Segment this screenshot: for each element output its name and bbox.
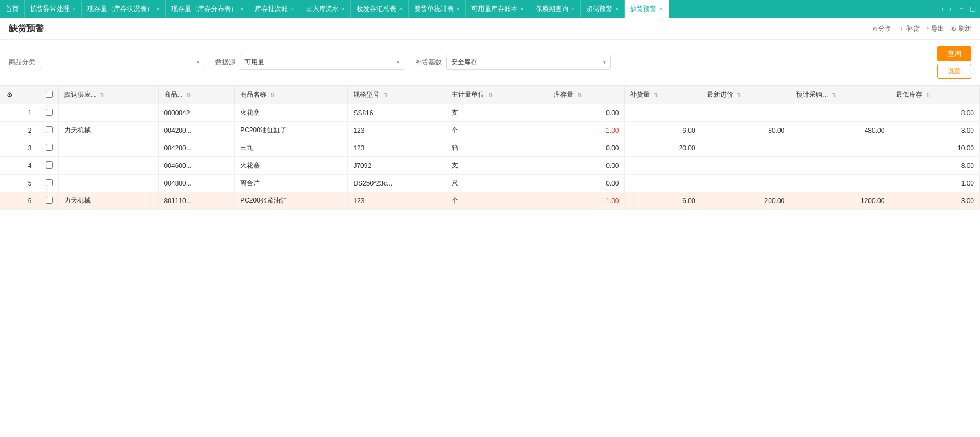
- row-unit: 支: [446, 157, 548, 175]
- tab-close-icon[interactable]: ×: [659, 5, 662, 12]
- tab-in-out-flow[interactable]: 出入库流水×: [300, 0, 351, 18]
- row-latest-price: [701, 104, 790, 122]
- tab-available-ledger[interactable]: 可用量库存账本×: [466, 0, 530, 18]
- th-checkbox[interactable]: [40, 86, 58, 104]
- row-product-code: 004200...: [158, 139, 235, 157]
- tab-label: 现存量（库存状况表）: [87, 4, 153, 14]
- th-est-purchase[interactable]: 预计采购... ⇅: [790, 86, 890, 104]
- th-min-stock[interactable]: 最低库存 ⇅: [890, 86, 980, 104]
- tab-close-icon[interactable]: ×: [520, 5, 524, 12]
- replenish-action[interactable]: ＋ 补货: [898, 24, 920, 33]
- tab-label: 拣货异常处理: [30, 4, 70, 14]
- th-settings[interactable]: ⚙: [0, 86, 20, 104]
- th-product-name[interactable]: 商品名称 ⇅: [235, 86, 348, 104]
- row-checkbox-cell[interactable]: [40, 122, 58, 139]
- row-unit: 箱: [446, 139, 548, 157]
- tab-overstock[interactable]: 超储预警×: [581, 0, 625, 18]
- tab-minimize-button[interactable]: －: [955, 3, 968, 15]
- settings-button[interactable]: 设置: [937, 64, 971, 79]
- th-supplier-label: 默认供应...: [64, 91, 96, 98]
- row-stock: 0.00: [548, 104, 625, 122]
- row-latest-price: [701, 139, 790, 157]
- tab-close-icon[interactable]: ×: [73, 5, 76, 12]
- row-est-purchase: [790, 175, 890, 192]
- tab-exception[interactable]: 拣货异常处理×: [25, 0, 82, 18]
- tab-label: 首页: [5, 4, 19, 14]
- row-no: 3: [20, 139, 40, 157]
- tab-close-icon[interactable]: ×: [399, 5, 402, 12]
- tab-inventory-status[interactable]: 现存量（库存状况表）×: [82, 0, 165, 18]
- tab-close-icon[interactable]: ×: [571, 5, 575, 12]
- replenish-base-value: 安全库存: [451, 58, 477, 67]
- th-latest-price[interactable]: 最新进价 ⇅: [701, 86, 790, 104]
- tab-batch-account[interactable]: 库存批次账×: [249, 0, 300, 18]
- category-label: 商品分类: [9, 58, 35, 67]
- share-icon: ⎋: [873, 25, 877, 33]
- row-checkbox-cell[interactable]: [40, 139, 58, 157]
- tab-shortage[interactable]: 缺货预警×: [625, 0, 669, 18]
- tab-close-icon[interactable]: ×: [456, 5, 460, 12]
- tab-order-stats[interactable]: 要货单统计表×: [409, 0, 466, 18]
- refresh-icon: ↻: [951, 25, 956, 33]
- tab-close-icon[interactable]: ×: [615, 5, 619, 12]
- column-settings-icon[interactable]: ⚙: [7, 91, 13, 99]
- tab-prev-button[interactable]: ‹: [938, 3, 946, 14]
- row-no: 5: [20, 175, 40, 192]
- row-supplier: 力天机械: [58, 192, 158, 210]
- tab-close-icon[interactable]: ×: [156, 5, 159, 12]
- replenish-qty-sort-icon: ⇅: [654, 92, 658, 98]
- share-action[interactable]: ⎋ 分享: [873, 24, 892, 33]
- tab-label: 库存批次账: [255, 4, 288, 14]
- tab-label: 保质期查询: [536, 4, 569, 14]
- query-button[interactable]: 查询: [937, 46, 971, 61]
- th-replenish-qty[interactable]: 补货量 ⇅: [625, 86, 701, 104]
- tab-home[interactable]: 首页: [0, 0, 25, 18]
- export-label: 导出: [931, 24, 944, 33]
- tab-maximize-button[interactable]: □: [968, 3, 978, 14]
- row-unit: 个: [446, 192, 548, 210]
- th-est-purchase-label: 预计采购...: [796, 91, 828, 98]
- refresh-action[interactable]: ↻ 刷新: [951, 24, 971, 33]
- th-spec[interactable]: 规格型号 ⇅: [348, 86, 446, 104]
- select-all-checkbox[interactable]: [46, 91, 53, 98]
- tab-close-icon[interactable]: ×: [291, 5, 294, 12]
- row-checkbox[interactable]: [46, 126, 53, 133]
- row-latest-price: [701, 175, 790, 192]
- row-checkbox[interactable]: [46, 144, 53, 151]
- export-action[interactable]: ↑ 导出: [926, 24, 944, 33]
- tab-next-button[interactable]: ›: [946, 3, 955, 14]
- replenish-base-select[interactable]: 安全库存 ▾: [446, 55, 611, 70]
- tab-close-icon[interactable]: ×: [240, 5, 243, 12]
- row-supplier: [58, 157, 158, 175]
- row-checkbox-cell[interactable]: [40, 175, 58, 192]
- th-stock[interactable]: 库存量 ⇅: [548, 86, 625, 104]
- row-latest-price: [701, 157, 790, 175]
- row-est-purchase: [790, 104, 890, 122]
- datasource-select[interactable]: 可用量 ▾: [240, 55, 404, 70]
- tab-label: 缺货预警: [630, 4, 656, 14]
- row-stock: -1.00: [548, 192, 625, 210]
- tab-recv-summary[interactable]: 收发存汇总表×: [351, 0, 408, 18]
- tab-close-icon[interactable]: ×: [342, 5, 345, 12]
- row-stock: 0.00: [548, 139, 625, 157]
- row-checkbox-cell[interactable]: [40, 104, 58, 122]
- row-checkbox[interactable]: [46, 109, 53, 116]
- tab-inventory-dist[interactable]: 现存量（库存分布表）×: [166, 0, 249, 18]
- row-min-stock: 3.00: [890, 122, 980, 139]
- th-unit[interactable]: 主计量单位 ⇅: [446, 86, 548, 104]
- category-select[interactable]: ▾: [40, 57, 204, 68]
- row-checkbox[interactable]: [46, 179, 53, 186]
- tab-expiry-query[interactable]: 保质期查询×: [530, 0, 581, 18]
- share-label: 分享: [878, 24, 892, 33]
- row-est-purchase: 480.00: [790, 122, 890, 139]
- row-checkbox[interactable]: [46, 161, 53, 169]
- row-settings-cell: [0, 139, 20, 157]
- row-product-name: 火花塞: [235, 104, 348, 122]
- th-product-code[interactable]: 商品... ⇅: [158, 86, 235, 104]
- row-checkbox-cell[interactable]: [40, 192, 58, 210]
- row-checkbox[interactable]: [46, 197, 53, 204]
- th-supplier[interactable]: 默认供应... ⇅: [58, 86, 158, 104]
- replenish-label: 补货: [906, 24, 920, 33]
- row-supplier: [58, 175, 158, 192]
- row-checkbox-cell[interactable]: [40, 157, 58, 175]
